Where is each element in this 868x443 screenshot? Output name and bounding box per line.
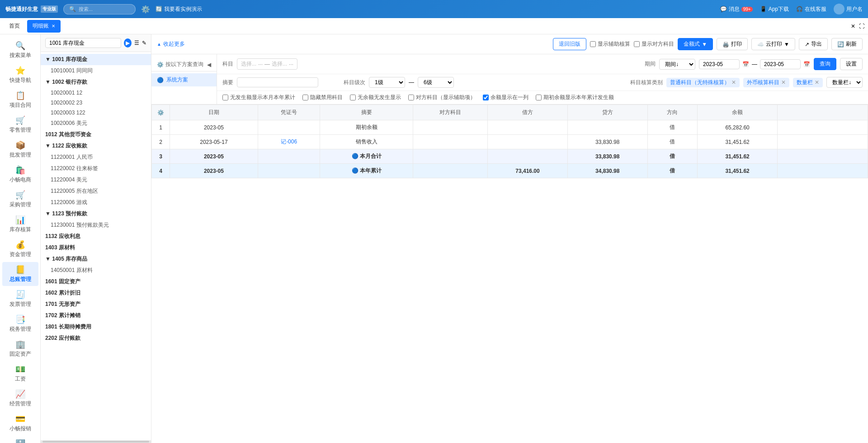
tree-item-1601[interactable]: 1601 固定资产 — [41, 276, 151, 287]
tree-item-10010001[interactable]: 10010001 同同同 — [41, 65, 151, 76]
sidebar-item-basic[interactable]: ℹ️ 基础信息 — [2, 436, 38, 443]
tree-item-1801[interactable]: 1801 长期待摊费用 — [41, 321, 151, 333]
sidebar-item-assets[interactable]: 🏢 固定资产 — [2, 337, 38, 361]
voucher-link[interactable]: 记-006 — [281, 138, 297, 145]
tag-foreign-remove[interactable]: ✕ — [781, 79, 786, 86]
level-start-select[interactable]: 1级 — [369, 77, 405, 88]
tree-item-1132[interactable]: 1132 应收利息 — [41, 231, 151, 242]
query-scheme-system[interactable]: 🔵 系统方案 — [151, 73, 217, 86]
show-opposite-checkbox[interactable]: 显示对方科目 — [634, 40, 674, 48]
tree-item-1012[interactable]: 1012 其他货币资金 — [41, 129, 151, 140]
cb-balance-col[interactable]: 余额显示在一列 — [483, 94, 528, 101]
settings-icon[interactable]: ⚙️ — [141, 5, 150, 14]
tab-close-icon[interactable]: ✕ — [52, 24, 55, 29]
online-service-btn[interactable]: 🎧 在线客服 — [796, 5, 826, 13]
period-type-select[interactable]: 期间↓ — [659, 59, 695, 70]
cb-no-balance[interactable]: 无发生额显示本月本年累计 — [222, 94, 295, 101]
cb-hide-disabled[interactable]: 隐藏禁用科目 — [302, 94, 343, 101]
sidebar-item-ledger[interactable]: 📒 总账管理 — [2, 262, 38, 286]
tree-item-11220005[interactable]: 11220005 所在地区 — [41, 186, 151, 197]
sidebar-item-inventory[interactable]: 📊 库存核算 — [2, 212, 38, 236]
message-btn[interactable]: 💬 消息 99+ — [720, 5, 753, 13]
period-start-input[interactable] — [699, 59, 740, 69]
tree-item-14050001[interactable]: 14050001 原材料 — [41, 265, 151, 276]
sidebar-item-wholesale[interactable]: 📦 批发管理 — [2, 138, 38, 162]
cb-no-balance-input[interactable] — [222, 95, 228, 100]
sidebar-item-search[interactable]: 🔍 搜索菜单 — [2, 38, 38, 62]
show-aux-input[interactable] — [590, 41, 596, 47]
cb-opposite[interactable]: 对方科目（显示辅助项） — [408, 94, 476, 101]
return-old-btn[interactable]: 退回旧版 — [553, 38, 586, 50]
app-download-btn[interactable]: 📱 App下载 — [760, 5, 789, 13]
tree-item-1701[interactable]: 1701 无形资产 — [41, 299, 151, 310]
tree-item-10020002[interactable]: 10020002 23 — [41, 98, 151, 108]
sidebar-item-capital[interactable]: 💰 资金管理 — [2, 237, 38, 261]
expand-icon[interactable]: ⛶ — [859, 23, 864, 29]
close-all-icon[interactable]: ✕ — [851, 23, 855, 29]
tag-foreign-currency[interactable]: 外币核算科目 ✕ — [743, 78, 789, 87]
export-btn[interactable]: ↗ 导出 — [799, 38, 828, 50]
tag-normal-subject[interactable]: 普通科目（无特殊核算） ✕ — [666, 78, 740, 87]
demo-link[interactable]: 🔄 我要看实例演示 — [156, 5, 202, 13]
tree-item-10020003[interactable]: 10020003 122 — [41, 108, 151, 118]
tree-item-1002[interactable]: ▼ 1002 银行存款 — [41, 76, 151, 88]
tree-item-2202[interactable]: 2202 应付账款 — [41, 333, 151, 344]
tree-item-11220006[interactable]: 11220006 游戏 — [41, 197, 151, 208]
sidebar-item-invoice[interactable]: 🧾 发票管理 — [2, 287, 38, 311]
refresh-btn[interactable]: 🔄 刷新 — [831, 38, 863, 50]
tree-item-11220001[interactable]: 11220001 人民币 — [41, 152, 151, 163]
tree-item-10020001[interactable]: 10020001 12 — [41, 88, 151, 98]
cb-no-balance2-input[interactable] — [350, 95, 356, 100]
collapse-more-btn[interactable]: ▲ 收起更多 — [157, 40, 185, 48]
summary-input[interactable] — [237, 77, 318, 87]
show-aux-checkbox[interactable]: 显示辅助核算 — [590, 40, 630, 48]
sidebar-item-retail[interactable]: 🛒 零售管理 — [2, 113, 38, 137]
tree-item-1702[interactable]: 1702 累计摊销 — [41, 310, 151, 321]
tag-normal-remove[interactable]: ✕ — [731, 79, 736, 86]
col-settings[interactable]: ⚙️ — [152, 105, 170, 120]
user-menu[interactable]: 用户名 — [834, 4, 863, 14]
sidebar-item-ecommerce[interactable]: 🛍️ 小畅电商 — [2, 162, 38, 186]
sidebar-item-tax[interactable]: 📑 税务管理 — [2, 312, 38, 336]
cb-no-balance2[interactable]: 无余额无发生显示 — [350, 94, 401, 101]
tree-item-1122[interactable]: ▼ 1122 应收账款 — [41, 140, 151, 152]
account-nav-button[interactable]: ▶ — [124, 38, 132, 48]
show-opposite-input[interactable] — [634, 41, 640, 47]
cb-opening-input[interactable] — [536, 95, 542, 100]
account-header-icon1[interactable]: ☰ — [134, 40, 139, 46]
print-btn[interactable]: 🖨️ 打印 — [717, 38, 748, 50]
query-btn[interactable]: 查询 — [814, 58, 836, 70]
quantity-select[interactable]: 数量栏↓ — [826, 77, 863, 88]
cb-hide-disabled-input[interactable] — [302, 95, 308, 100]
sidebar-item-project[interactable]: 📋 项目合同 — [2, 88, 38, 112]
tab-home[interactable]: 首页 — [4, 20, 25, 33]
account-search-input[interactable] — [45, 38, 121, 48]
sidebar-item-purchase[interactable]: 🛒 采购管理 — [2, 187, 38, 211]
tree-item-11220004[interactable]: 11220004 美元 — [41, 174, 151, 186]
collapse-panel-icon[interactable]: ◀ — [207, 62, 211, 68]
tab-ledger[interactable]: 明细账 ✕ — [27, 20, 61, 33]
cb-opposite-input[interactable] — [408, 95, 414, 100]
sidebar-item-expense[interactable]: 💳 小畅报销 — [2, 411, 38, 435]
cb-balance-col-input[interactable] — [483, 95, 489, 100]
tree-item-1602[interactable]: 1602 累计折旧 — [41, 287, 151, 299]
sidebar-item-salary[interactable]: 💵 工资 — [2, 362, 38, 386]
tree-item-10020006[interactable]: 10020006 美元 — [41, 118, 151, 129]
period-end-input[interactable] — [760, 59, 801, 69]
tree-item-1123[interactable]: ▼ 1123 预付账款 — [41, 208, 151, 219]
sidebar-item-operations[interactable]: 📈 经营管理 — [2, 386, 38, 410]
tree-item-1403[interactable]: 1403 原材料 — [41, 242, 151, 253]
tag-quantity-remove[interactable]: ✕ — [815, 79, 819, 86]
level-end-select[interactable]: 6级 — [418, 77, 454, 88]
account-header-icon2[interactable]: ✎ — [142, 40, 146, 46]
sidebar-item-quicknav[interactable]: ⭐ 快捷导航 — [2, 63, 38, 87]
tag-quantity[interactable]: 数量栏 ✕ — [793, 78, 823, 87]
amount-format-btn[interactable]: 金额式 ▼ — [678, 38, 713, 50]
tree-item-1001[interactable]: ▼ 1001 库存现金 — [41, 54, 151, 65]
settings-btn[interactable]: 设置 — [840, 58, 863, 70]
tree-item-11220002[interactable]: 11220002 往来标签 — [41, 163, 151, 174]
cell-voucher[interactable]: 记-006 — [258, 135, 320, 149]
tree-item-1405[interactable]: ▼ 1405 库存商品 — [41, 253, 151, 265]
tree-item-11230001[interactable]: 11230001 预付账款美元 — [41, 219, 151, 231]
subject-select[interactable]: 选择... ··· — 选择... ··· — [237, 58, 297, 70]
